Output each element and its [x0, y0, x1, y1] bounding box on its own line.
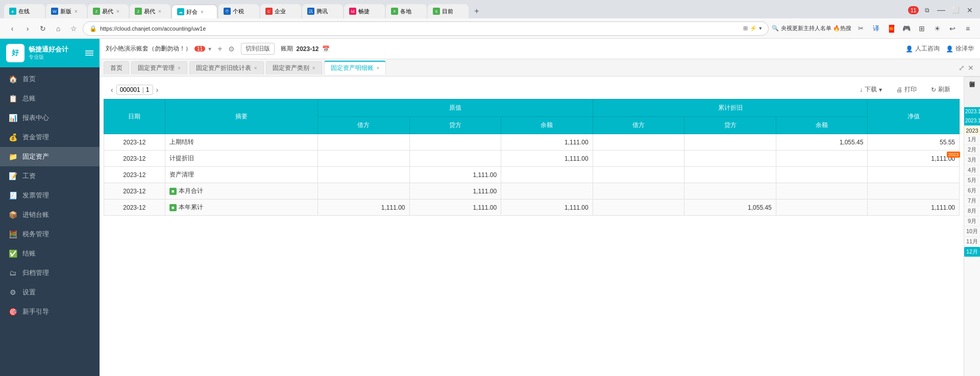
nav-refresh[interactable]: ↻ [37, 22, 49, 35]
subtotal-icon-1: ■ [169, 188, 177, 195]
sidebar-item-invoice[interactable]: 🧾 发票管理 [0, 186, 100, 205]
period-month-5[interactable]: 5月 [964, 176, 980, 186]
nav-home[interactable]: ⌂ [52, 22, 64, 35]
tab-qiye[interactable]: C 企业 [260, 4, 301, 18]
nav-apps[interactable]: ⊞ [916, 22, 928, 35]
period-month-11[interactable]: 11月 [964, 237, 980, 247]
browser-minimize[interactable]: — [935, 4, 947, 16]
sidebar-item-guide[interactable]: 🎯 新手引导 [0, 302, 100, 321]
sidebar-item-settings[interactable]: ⚙ 设置 [0, 283, 100, 302]
sidebar-label-reports: 报表中心 [22, 113, 49, 122]
nav-translate[interactable]: 译 [870, 22, 882, 35]
sidebar-item-funds[interactable]: 💰 资金管理 [0, 128, 100, 147]
tab-yidai2[interactable]: Z 易代 × [130, 4, 170, 18]
print-btn[interactable]: 🖨 打印 [892, 84, 921, 95]
sidebar-item-tax[interactable]: 🧮 税务管理 [0, 224, 100, 244]
page-tab-fa-mgmt[interactable]: 固定资产管理 × [131, 61, 187, 74]
browser-maximize[interactable]: ⬜ [949, 4, 962, 16]
header-right: 👤 人工咨询 👤 徐泽华 [905, 44, 974, 53]
period-month-6[interactable]: 6月 [964, 186, 980, 196]
period-month-7[interactable]: 7月 [964, 196, 980, 206]
period-month-3[interactable]: 3月 [964, 155, 980, 165]
tab-online[interactable]: e 在线 [4, 4, 45, 18]
page-tab-fa-detail[interactable]: 固定资产明细账 × [324, 61, 386, 74]
page-tab-fa-category-close[interactable]: × [312, 65, 315, 71]
nav-back[interactable]: ‹ [6, 22, 18, 35]
sidebar-item-home[interactable]: 🏠 首页 [0, 69, 100, 89]
sidebar-item-archive[interactable]: 🗂 归档管理 [0, 263, 100, 283]
nav-forward[interactable]: › [21, 22, 34, 35]
period-month-2[interactable]: 2月 [964, 145, 980, 155]
tab-muqian[interactable]: S 目前 [428, 4, 469, 18]
page-tab-fa-detail-close[interactable]: × [377, 65, 380, 71]
address-dropdown-icon[interactable]: ▾ [759, 25, 762, 32]
nav-menu[interactable]: ≡ [962, 22, 974, 35]
new-tab-btn[interactable]: + [470, 4, 484, 18]
headset-icon: 👤 [905, 45, 913, 53]
period-month-1[interactable]: 1月 [964, 135, 980, 145]
page-tab-fa-mgmt-close[interactable]: × [178, 65, 181, 71]
sidebar-item-close[interactable]: ✅ 结账 [0, 244, 100, 263]
period-month-4[interactable]: 4月 [964, 165, 980, 176]
user-profile-btn[interactable]: 👤 徐泽华 [946, 44, 974, 53]
page-tab-home[interactable]: 首页 [104, 61, 129, 74]
period-month-10[interactable]: 10月 [964, 227, 980, 237]
th-ad-credit: 贷方 [684, 117, 776, 134]
refresh-btn[interactable]: ↻ 刷新 [927, 84, 954, 95]
page-tab-fa-category-label: 固定资产类别 [273, 64, 309, 72]
tab-haohui[interactable]: ☁ 好会 × [172, 5, 217, 18]
tab-close-yidai2[interactable]: × [158, 9, 161, 14]
address-bar[interactable]: 🔒 https://cloud.chanjet.com/accounting/u… [83, 21, 769, 36]
period-selected-bottom[interactable]: 2023.12 [964, 116, 980, 126]
tab-close-new[interactable]: × [75, 9, 78, 14]
add-account-btn[interactable]: + [217, 44, 222, 54]
tab-close-yidai1[interactable]: × [116, 9, 119, 14]
sidebar-item-salary[interactable]: 📝 工资 [0, 166, 100, 186]
nav-coupon[interactable]: 🧧 [885, 22, 897, 35]
tab-panel-close[interactable]: ✕ [968, 64, 974, 72]
browser-close[interactable]: ✕ [964, 4, 976, 16]
browser-tab-view[interactable]: ⧉ [921, 4, 933, 16]
nav-scissors[interactable]: ✂ [854, 22, 867, 35]
nav-game[interactable]: 🎮 [900, 22, 913, 35]
tab-label-haohui: 好会 [186, 8, 198, 16]
tab-yidai1[interactable]: Z 易代 × [88, 4, 129, 18]
user-avatar-icon: 👤 [946, 45, 953, 53]
switch-version-btn[interactable]: 切到旧版 [241, 43, 275, 55]
tab-geshui[interactable]: 个 个税 [218, 4, 259, 18]
period-month-9[interactable]: 9月 [964, 216, 980, 227]
nav-undo[interactable]: ↩ [946, 22, 959, 35]
address-lightning-icon[interactable]: ⚡ [750, 25, 757, 32]
salary-icon: 📝 [8, 171, 17, 181]
nav-brightness[interactable]: ☀ [931, 22, 943, 35]
prev-page-btn[interactable]: ‹ [109, 85, 115, 95]
sidebar-item-fixed-assets[interactable]: 📁 固定资产 [0, 147, 100, 166]
page-tab-depreciation-close[interactable]: × [254, 65, 257, 71]
tab-gedi[interactable]: ≡ 各地 [386, 4, 427, 18]
address-grid-icon[interactable]: ⊞ [743, 25, 748, 32]
tab-changjie[interactable]: M 畅捷 [344, 4, 385, 18]
service-btn[interactable]: 👤 人工咨询 [905, 44, 940, 53]
dropdown-icon[interactable]: ▾ [208, 45, 211, 53]
download-btn[interactable]: ↓ 下载 ▾ [855, 84, 886, 95]
sidebar-item-ledger[interactable]: 📋 总账 [0, 89, 100, 108]
home-icon: 🏠 [8, 74, 17, 84]
cell-ad-credit-4 [684, 183, 776, 199]
calendar-icon[interactable]: 📅 [322, 45, 330, 53]
sidebar-item-reports[interactable]: 📊 报表中心 [0, 108, 100, 128]
page-tab-depreciation[interactable]: 固定资产折旧统计表 × [189, 61, 264, 74]
period-month-8[interactable]: 8月 [964, 206, 980, 216]
period-selected-top[interactable]: 2023.12 [964, 107, 980, 116]
sidebar-label-ledger: 总账 [22, 94, 36, 103]
sidebar-item-purchase[interactable]: 📦 进销台账 [0, 205, 100, 224]
page-tab-fa-category[interactable]: 固定资产类别 × [266, 61, 322, 74]
tab-new[interactable]: W 新版 × [46, 4, 87, 18]
tab-panel-restore[interactable]: ⤢ [959, 64, 965, 72]
nav-bookmark[interactable]: ☆ [67, 22, 80, 35]
next-page-btn[interactable]: › [154, 85, 161, 95]
page-tab-fa-mgmt-label: 固定资产管理 [138, 64, 175, 72]
period-month-12[interactable]: 12月 [964, 247, 980, 257]
settings-gear-btn[interactable]: ⚙ [228, 45, 235, 53]
tab-close-haohui[interactable]: × [201, 9, 204, 15]
tab-tengxun[interactable]: 訊 腾讯 [302, 4, 343, 18]
